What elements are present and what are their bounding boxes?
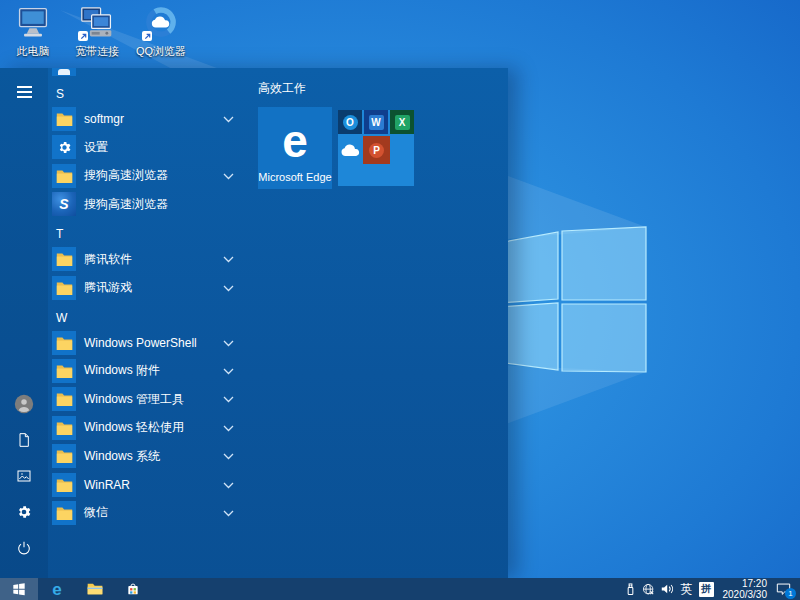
folder-icon xyxy=(52,276,76,300)
ime-mode-icon: 拼 xyxy=(699,582,714,597)
tile-microsoft-edge[interactable]: e Microsoft Edge xyxy=(258,107,332,189)
desktop: 此电脑宽带连接QQ浏览器 xyxy=(0,0,800,600)
app-item[interactable]: 腾讯游戏 xyxy=(48,276,248,300)
store-icon xyxy=(126,582,140,596)
app-item-label: 微信 xyxy=(84,504,108,521)
chevron-down-icon[interactable] xyxy=(223,425,234,432)
expand-menu-button[interactable] xyxy=(0,78,48,106)
desktop-icon-broadband[interactable]: 宽带连接 xyxy=(66,4,128,59)
broadband-icon xyxy=(78,4,116,42)
chevron-down-icon[interactable] xyxy=(223,510,234,517)
settings-button[interactable] xyxy=(0,494,48,530)
app-item[interactable]: Windows 管理工具 xyxy=(48,387,248,411)
app-item-label: Windows PowerShell xyxy=(84,336,197,350)
power-button[interactable] xyxy=(0,530,48,566)
chevron-down-icon[interactable] xyxy=(223,173,234,180)
tiles-pane: 高效工作 e Microsoft Edge OWXP xyxy=(248,68,508,578)
edge-logo-icon: e xyxy=(258,115,332,167)
chevron-down-icon[interactable] xyxy=(223,116,234,123)
folder-icon xyxy=(52,359,76,383)
clock-time: 17:20 xyxy=(742,578,767,589)
start-menu-rail xyxy=(0,68,48,578)
app-item-label: 设置 xyxy=(84,139,108,156)
network-tray-button[interactable] xyxy=(639,578,658,600)
app-item-label: 腾讯软件 xyxy=(84,251,132,268)
chevron-down-icon[interactable] xyxy=(223,453,234,460)
folder-icon xyxy=(52,107,76,131)
folder-icon xyxy=(52,331,76,355)
chevron-down-icon[interactable] xyxy=(223,340,234,347)
folder-icon xyxy=(52,387,76,411)
ime-mode-button[interactable]: 拼 xyxy=(696,578,717,600)
this-pc-icon xyxy=(14,4,52,42)
user-account-button[interactable] xyxy=(0,386,48,422)
office-tile-group: OWXP xyxy=(338,110,414,186)
taskbar-clock[interactable]: 17:20 2020/3/30 xyxy=(717,578,774,600)
app-item-label: Windows 系统 xyxy=(84,448,160,465)
desktop-icon-qq-browser[interactable]: QQ浏览器 xyxy=(130,4,192,59)
outlook-logo-icon: O xyxy=(343,115,358,130)
app-item-label: Windows 轻松使用 xyxy=(84,419,184,436)
documents-button[interactable] xyxy=(0,422,48,458)
app-item-label: Windows 管理工具 xyxy=(84,391,184,408)
folder-icon xyxy=(52,473,76,497)
onedrive-cloud-icon xyxy=(340,144,360,157)
app-item-label: softmgr xyxy=(84,112,124,126)
qq-browser-icon xyxy=(142,4,180,42)
document-icon xyxy=(16,432,32,448)
desktop-icon-label: 此电脑 xyxy=(17,44,50,59)
section-header-T[interactable]: T xyxy=(48,226,248,242)
tile-word[interactable]: W xyxy=(364,110,388,134)
app-item[interactable]: softmgr xyxy=(48,107,248,131)
clipped-app-tile[interactable] xyxy=(52,68,76,76)
app-item[interactable]: Windows PowerShell xyxy=(48,331,248,355)
gear-icon xyxy=(16,504,32,520)
usb-device-tray-button[interactable] xyxy=(622,578,639,600)
start-button[interactable] xyxy=(0,578,38,600)
chevron-down-icon[interactable] xyxy=(223,285,234,292)
tile-excel[interactable]: X xyxy=(390,110,414,134)
app-item[interactable]: WinRAR xyxy=(48,473,248,497)
volume-tray-button[interactable] xyxy=(658,578,678,600)
app-item[interactable]: Windows 轻松使用 xyxy=(48,416,248,440)
speaker-icon xyxy=(661,583,675,595)
app-item-label: WinRAR xyxy=(84,478,130,492)
sogou-browser-icon: S xyxy=(52,192,76,216)
chevron-down-icon[interactable] xyxy=(223,482,234,489)
start-menu: Ssoftmgr设置搜狗高速浏览器S搜狗高速浏览器T腾讯软件腾讯游戏WWindo… xyxy=(0,68,508,578)
action-center-button[interactable]: 1 xyxy=(773,578,794,600)
system-tray: 英 拼 17:20 2020/3/30 1 xyxy=(622,578,800,600)
section-header-S[interactable]: S xyxy=(48,86,248,102)
tile-powerpoint[interactable]: P xyxy=(363,136,390,164)
taskbar-file-explorer-button[interactable] xyxy=(76,578,114,600)
taskbar-edge-button[interactable]: e xyxy=(38,578,76,600)
chevron-down-icon[interactable] xyxy=(223,368,234,375)
pictures-icon xyxy=(16,468,32,484)
section-header-W[interactable]: W xyxy=(48,310,248,326)
globe-no-internet-icon xyxy=(642,583,655,596)
desktop-icon-label: 宽带连接 xyxy=(75,44,119,59)
app-item-label: 搜狗高速浏览器 xyxy=(84,167,168,184)
desktop-icon-label: QQ浏览器 xyxy=(136,44,186,59)
tile-group-title[interactable]: 高效工作 xyxy=(258,80,306,97)
app-item[interactable]: 设置 xyxy=(48,135,248,159)
app-item[interactable]: S搜狗高速浏览器 xyxy=(48,192,248,216)
app-item[interactable]: Windows 系统 xyxy=(48,444,248,468)
tile-outlook[interactable]: O xyxy=(338,110,362,134)
app-item[interactable]: 腾讯软件 xyxy=(48,247,248,271)
power-icon xyxy=(16,540,32,556)
desktop-icon-this-pc[interactable]: 此电脑 xyxy=(2,4,64,59)
notification-count-badge: 1 xyxy=(785,588,796,599)
app-item[interactable]: 微信 xyxy=(48,501,248,525)
chevron-down-icon[interactable] xyxy=(223,396,234,403)
ime-language-button[interactable]: 英 xyxy=(678,578,696,600)
app-item[interactable]: Windows 附件 xyxy=(48,359,248,383)
settings-gear-icon xyxy=(52,135,76,159)
tile-onedrive[interactable] xyxy=(338,138,362,162)
taskbar-store-button[interactable] xyxy=(114,578,152,600)
app-item[interactable]: 搜狗高速浏览器 xyxy=(48,164,248,188)
chevron-down-icon[interactable] xyxy=(223,256,234,263)
pictures-button[interactable] xyxy=(0,458,48,494)
file-explorer-icon xyxy=(87,582,103,596)
folder-icon xyxy=(52,416,76,440)
